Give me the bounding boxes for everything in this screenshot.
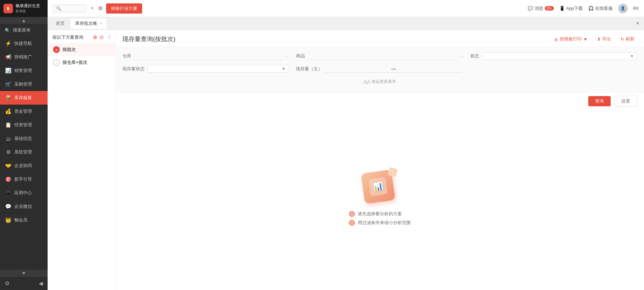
product-label: 商品 [296, 53, 305, 59]
topbar: 🔍 ▼ ⚙ 体验行业方案 💬 消息 99+ 📱 App下载 🎧 在线客服 👤 [48, 0, 644, 17]
marketing-icon: 📢 [5, 54, 12, 60]
finance-icon: 💰 [5, 108, 12, 114]
stock-qty-dash: — [391, 66, 396, 71]
sidebar-item-finance[interactable]: 💰 资金管理 [0, 105, 48, 118]
sidebar-item-guide[interactable]: 🎯 新手引导 [0, 173, 48, 186]
collapse-more-btn[interactable]: ⋀⋀ 收起更多条件 [122, 76, 637, 87]
scroll-down-btn[interactable]: ▼ [0, 270, 48, 276]
basics-icon: 🗂 [5, 136, 12, 142]
topbar-dropdown-icon[interactable]: ▼ [90, 6, 95, 11]
export-btn[interactable]: ⬆ 导出 [594, 35, 614, 43]
action-bar: 查询 设置 [116, 92, 644, 110]
tab-inventory-batch[interactable]: 库存批次账 × [70, 18, 107, 29]
print-icon: 🖨 [554, 37, 558, 42]
filter-area: 仓库 ··· 商品 ··· 状态 ▼ [116, 47, 644, 92]
topbar-gear-icon[interactable]: ⚙ [98, 5, 103, 12]
add-plan-icon[interactable]: ⊕ [93, 34, 97, 40]
search-menu[interactable]: 🔍 搜索菜单 [0, 24, 48, 37]
sidebar-item-app-center[interactable]: 📱 应用中心 [0, 186, 48, 200]
messages-badge: 99+ [545, 6, 554, 11]
page-title: 现存量查询(按批次) [122, 35, 175, 43]
plan-item-by-warehouse-batch[interactable]: ○ 按仓库+批次 [48, 56, 115, 69]
topbar-right: 💬 消息 99+ 📱 App下载 🎧 在线客服 👤 Rit [528, 4, 639, 13]
user-name[interactable]: Rit [633, 6, 639, 11]
settings-plan-icon[interactable]: ⊙ [99, 34, 104, 40]
print-dropdown-icon[interactable]: ▼ [583, 37, 588, 42]
sidebar-item-enterprise[interactable]: 🤝 企业协同 [0, 159, 48, 173]
sidebar-item-sales[interactable]: 📊 销售管理 [0, 64, 48, 77]
sales-icon: 📊 [5, 68, 12, 74]
sidebar-item-purchase[interactable]: 🛒 采购管理 [0, 77, 48, 91]
status-label: 状态 [470, 53, 479, 59]
user-avatar[interactable]: 👤 [618, 4, 628, 13]
status-select[interactable]: ▼ [482, 52, 637, 60]
tip-num-1: 1 [349, 211, 355, 217]
plan-item-by-batch[interactable]: ● 按批次 [48, 43, 115, 56]
filter-stock-status: 现存量状态 ▼ [122, 65, 289, 73]
filter-stock-qty: 现存量（主） — [296, 65, 462, 73]
main-area: 🔍 ▼ ⚙ 体验行业方案 💬 消息 99+ 📱 App下载 🎧 在线客服 👤 [48, 0, 644, 290]
sidebar-header: 6 畅康通好生意 标准版 [0, 0, 48, 17]
page-header: 现存量查询(按批次) 🖨 按模板打印 ▼ ⬆ 导出 ↻ 刷新 [116, 30, 644, 47]
plan-by-warehouse-icon: ○ [53, 59, 60, 66]
messages-icon: 💬 [528, 6, 533, 11]
filter-product: 商品 ··· [296, 52, 463, 60]
page-content: 按以下方案查询 ⊕ ⊙ 《 ● 按批次 ○ 按仓库+批次 [48, 30, 644, 290]
collapse-up-icon: ⋀⋀ [363, 79, 370, 84]
filter-status: 状态 ▼ [470, 52, 637, 60]
service-icon: 🎧 [588, 6, 594, 11]
collapse-plan-icon[interactable]: 《 [106, 34, 111, 40]
stock-qty-max[interactable] [397, 66, 462, 71]
refresh-btn[interactable]: ↻ 刷新 [618, 35, 637, 43]
download-icon: 📱 [559, 6, 565, 11]
left-panel-actions: ⊕ ⊙ 《 [93, 34, 111, 40]
close-all-tabs-icon[interactable]: × [635, 19, 641, 28]
sidebar-item-quick-nav[interactable]: ⚡ 快捷导航 [0, 37, 48, 50]
app-download-action[interactable]: 📱 App下载 [559, 5, 583, 12]
stock-status-select[interactable]: ▼ [147, 65, 289, 73]
messages-action[interactable]: 💬 消息 99+ [528, 5, 554, 12]
refresh-icon: ↻ [621, 37, 624, 42]
topbar-search-box[interactable]: 🔍 [53, 4, 87, 13]
tip-num-2: 2 [349, 220, 355, 226]
wechat-icon: 💬 [5, 203, 12, 210]
app-subtitle: 标准版 [16, 9, 40, 14]
sidebar-item-inventory[interactable]: 📦 库存核算 [0, 91, 48, 105]
tab-close-inventory-batch[interactable]: × [100, 21, 102, 25]
sidebar-item-operations[interactable]: 📋 经营管理 [0, 118, 48, 132]
left-panel-title: 按以下方案查询 [52, 34, 83, 40]
sidebar-item-system[interactable]: ⚙ 系统管理 [0, 145, 48, 159]
plan-by-batch-icon: ● [53, 46, 60, 53]
right-panel: 现存量查询(按批次) 🖨 按模板打印 ▼ ⬆ 导出 ↻ 刷新 [116, 30, 644, 290]
avatar-img: 👤 [621, 6, 625, 11]
settings-footer-icon[interactable]: ⚙ [5, 280, 10, 287]
sidebar-item-member[interactable]: 👑 畅会员 [0, 213, 48, 227]
sidebar-item-basics[interactable]: 🗂 基础信息 [0, 132, 48, 145]
scroll-up-btn[interactable]: ▲ [0, 17, 48, 24]
app-logo: 6 [3, 4, 13, 13]
product-input[interactable] [308, 52, 456, 60]
online-service-action[interactable]: 🎧 在线客服 [588, 5, 613, 12]
trial-button[interactable]: 体验行业方案 [106, 3, 142, 14]
status-dropdown-icon: ▼ [630, 54, 634, 59]
empty-tip-2: 2 用过滤条件来缩小分析范围 [349, 220, 411, 226]
sidebar-item-wechat[interactable]: 💬 企业微信 [0, 200, 48, 213]
inventory-icon: 📦 [5, 95, 12, 101]
tab-home[interactable]: 首页 [51, 18, 69, 29]
print-template-btn[interactable]: 🖨 按模板打印 ▼ [551, 35, 590, 43]
left-panel: 按以下方案查询 ⊕ ⊙ 《 ● 按批次 ○ 按仓库+批次 [48, 30, 116, 290]
warehouse-more-icon[interactable]: ··· [286, 53, 290, 59]
product-more-icon[interactable]: ··· [459, 53, 463, 59]
settings-button[interactable]: 设置 [614, 96, 637, 107]
warehouse-input[interactable] [134, 52, 282, 60]
sidebar-item-marketing[interactable]: 📢 营销推广 [0, 50, 48, 64]
collapse-sidebar-icon[interactable]: ◀ [39, 280, 43, 287]
stock-qty-min[interactable] [325, 66, 390, 71]
query-button[interactable]: 查询 [588, 96, 611, 106]
guide-icon: 🎯 [5, 176, 12, 182]
page-header-actions: 🖨 按模板打印 ▼ ⬆ 导出 ↻ 刷新 [551, 35, 637, 43]
stock-qty-label: 现存量（主） [296, 66, 322, 72]
empty-state: 📊 1 请先选择要分析的方案 2 用过滤条件来缩小分析范围 [116, 110, 644, 290]
stock-status-dropdown-icon: ▼ [282, 66, 286, 71]
quick-nav-icon: ⚡ [5, 40, 12, 47]
